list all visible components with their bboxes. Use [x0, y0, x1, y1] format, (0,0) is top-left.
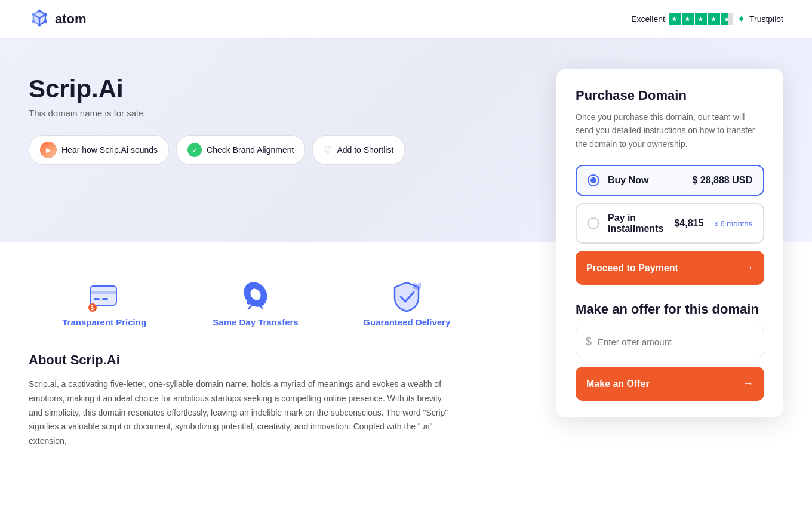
- header: atom Excellent ★ ★ ★ ★ ★ ✦ Trustpilot: [0, 0, 812, 39]
- proceed-arrow-icon: →: [743, 262, 753, 274]
- feature-guaranteed: Guaranteed Delivery: [331, 266, 482, 340]
- proceed-button[interactable]: Proceed to Payment →: [576, 251, 764, 285]
- domain-title: Scrip.Ai: [29, 75, 482, 103]
- star-4: ★: [708, 13, 720, 25]
- rocket-icon: [236, 278, 275, 316]
- logo-icon: [29, 8, 50, 30]
- billing-icon: $: [85, 278, 124, 316]
- star-3: ★: [695, 13, 707, 25]
- offer-btn-label: Make an Offer: [586, 379, 650, 389]
- hear-label: Hear how Scrip.Ai sounds: [61, 145, 158, 155]
- installments-option[interactable]: Pay in Installments $4,815 x 6 months: [576, 203, 764, 244]
- feature-transparent-pricing: $ Transparent Pricing: [29, 266, 180, 340]
- check-icon: ✓: [187, 143, 202, 157]
- trustpilot-badge: Excellent ★ ★ ★ ★ ★ ✦ Trustpilot: [631, 13, 783, 26]
- buy-now-label: Buy Now: [608, 175, 684, 186]
- installments-radio: [588, 217, 599, 229]
- check-brand-button[interactable]: ✓ Check Brand Alignment: [176, 135, 305, 165]
- heart-icon: ♡: [324, 145, 332, 156]
- feature-1-title: Transparent Pricing: [62, 316, 146, 328]
- buy-now-radio: [588, 174, 599, 186]
- shortlist-label: Add to Shortlist: [337, 145, 393, 155]
- svg-rect-6: [90, 286, 116, 305]
- about-title: About Scrip.Ai: [29, 352, 449, 368]
- make-offer-button[interactable]: Make an Offer →: [576, 367, 764, 401]
- hero-section: Scrip.Ai This domain name is for sale ▶ …: [0, 39, 812, 242]
- svg-text:$: $: [90, 305, 94, 311]
- purchase-title: Purchase Domain: [576, 88, 764, 103]
- offer-arrow-icon: →: [743, 377, 753, 390]
- hero-actions: ▶ Hear how Scrip.Ai sounds ✓ Check Brand…: [29, 135, 482, 165]
- logo-text: atom: [55, 11, 87, 27]
- trustpilot-stars: ★ ★ ★ ★ ★: [669, 13, 733, 25]
- star-2: ★: [682, 13, 694, 25]
- hear-button[interactable]: ▶ Hear how Scrip.Ai sounds: [29, 135, 169, 165]
- trustpilot-name: Trustpilot: [749, 14, 783, 24]
- shortlist-button[interactable]: ♡ Add to Shortlist: [312, 135, 405, 165]
- feature-3-title: Guaranteed Delivery: [363, 316, 450, 328]
- offer-title: Make an offer for this domain: [576, 302, 764, 317]
- svg-point-2: [44, 13, 47, 16]
- logo[interactable]: atom: [29, 8, 87, 30]
- about-section: About Scrip.Ai Scrip.ai, a captivating f…: [0, 352, 478, 478]
- star-5: ★: [721, 13, 733, 25]
- svg-rect-10: [102, 298, 108, 300]
- star-1: ★: [669, 13, 681, 25]
- svg-rect-8: [90, 291, 116, 294]
- domain-subtitle: This domain name is for sale: [29, 108, 482, 118]
- svg-point-3: [32, 20, 35, 23]
- installments-months: x 6 months: [714, 219, 752, 228]
- proceed-label: Proceed to Payment: [586, 263, 678, 274]
- svg-point-0: [38, 10, 41, 13]
- dollar-icon: $: [586, 336, 592, 348]
- trustpilot-rating: Excellent: [631, 14, 665, 24]
- feature-same-day: Same Day Transfers: [180, 266, 331, 340]
- installments-price: $4,815: [674, 218, 703, 229]
- play-icon: ▶: [40, 142, 57, 158]
- purchase-card: Purchase Domain Once you purchase this d…: [556, 69, 783, 417]
- tp-logo-star: ✦: [737, 13, 746, 26]
- offer-input[interactable]: [598, 337, 754, 347]
- buy-now-option[interactable]: Buy Now $ 28,888 USD: [576, 165, 764, 196]
- svg-point-4: [44, 20, 47, 23]
- svg-point-1: [32, 13, 35, 16]
- features-list: $ Transparent Pricing Same Day Transfers: [29, 266, 482, 340]
- buy-now-price: $ 28,888 USD: [692, 175, 752, 186]
- feature-2-title: Same Day Transfers: [213, 316, 298, 328]
- purchase-description: Once you purchase this domain, our team …: [576, 110, 764, 150]
- svg-point-5: [38, 24, 41, 27]
- about-text: Scrip.ai, a captivating five-letter, one…: [29, 377, 449, 449]
- check-label: Check Brand Alignment: [207, 145, 294, 155]
- svg-rect-9: [94, 298, 100, 300]
- offer-input-wrap: $: [576, 327, 764, 357]
- shield-icon: [387, 278, 426, 316]
- installments-label: Pay in Installments: [608, 213, 666, 234]
